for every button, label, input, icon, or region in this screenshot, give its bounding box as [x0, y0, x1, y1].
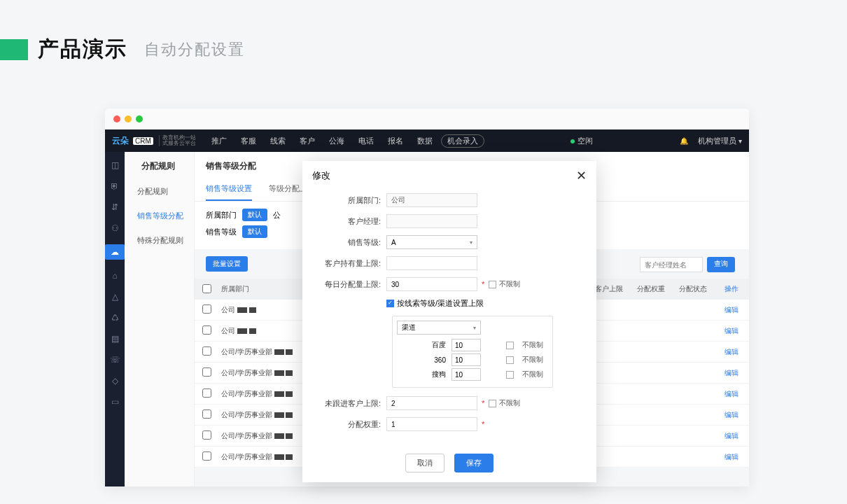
channel-value-input[interactable] [451, 354, 481, 366]
accent-block [0, 39, 28, 60]
search-area: 查询 [640, 257, 735, 272]
rail-tag-icon[interactable]: ◇ [110, 376, 120, 386]
col-status: 分配状态 [672, 284, 714, 294]
channel-value-input[interactable] [451, 339, 481, 351]
sidebar: 分配规则 分配规则 销售等级分配 特殊分配规则 [125, 152, 195, 486]
bell-icon[interactable]: 🔔 [680, 137, 688, 145]
row-checkbox[interactable] [202, 368, 211, 377]
nav-customers[interactable]: 客户 [294, 136, 321, 146]
col-op: 操作 [714, 284, 749, 294]
logo-brand: 云朵 [112, 135, 129, 147]
rail-shield-icon[interactable]: ⛨ [110, 181, 120, 191]
user-menu[interactable]: 机构管理员 ▾ [698, 136, 742, 146]
channel-unlimited-checkbox[interactable] [506, 371, 514, 379]
row-checkbox[interactable] [202, 326, 211, 335]
rail-dashboard-icon[interactable]: ◫ [110, 160, 120, 170]
row-checkbox[interactable] [202, 388, 211, 398]
logo-suffix: CRM [133, 137, 153, 145]
by-channel-label: 按线索等级/渠道设置上限 [397, 298, 484, 309]
window-controls [105, 108, 749, 130]
rail-home-icon[interactable]: ⌂ [110, 271, 120, 281]
row-checkbox[interactable] [202, 430, 211, 440]
rail-doc-icon[interactable]: ▤ [110, 334, 120, 344]
rail-user-icon[interactable]: ⚇ [110, 223, 120, 233]
filter-level-label: 销售等级 [206, 227, 237, 237]
unfollow-unlimited-checkbox[interactable] [489, 400, 496, 407]
field-manager-label: 客户经理: [316, 216, 386, 227]
filter-dept-label: 所属部门 [206, 210, 237, 220]
field-dept-input[interactable] [386, 193, 477, 207]
row-checkbox[interactable] [202, 410, 211, 419]
channel-value-input[interactable] [451, 368, 481, 381]
row-edit-link[interactable]: 编辑 [714, 431, 749, 441]
rail-card-icon[interactable]: ▭ [110, 397, 120, 407]
field-daily-label: 每日分配量上限: [316, 279, 386, 290]
row-checkbox[interactable] [202, 346, 211, 356]
save-button[interactable]: 保存 [454, 454, 493, 472]
channel-unlimited-label: 不限制 [522, 355, 543, 365]
close-dot[interactable] [113, 115, 120, 122]
rail-chart-icon[interactable]: ⇵ [110, 202, 120, 212]
row-edit-link[interactable]: 编辑 [714, 305, 749, 315]
nav-signup[interactable]: 报名 [382, 136, 409, 146]
nav-opportunity-entry[interactable]: 机会录入 [441, 134, 484, 148]
icon-rail: ◫ ⛨ ⇵ ⚇ ☁ ⌂ △ ♺ ▤ ☏ ◇ ▭ [105, 152, 125, 486]
search-button[interactable]: 查询 [707, 257, 735, 272]
field-level-label: 销售等级: [316, 237, 386, 248]
edit-modal: 修改 ✕ 所属部门: 客户经理: 销售等级: A 客户持有量上限: 每日分配量上… [302, 161, 596, 482]
filter-level-default[interactable]: 默认 [242, 225, 267, 238]
field-holding-label: 客户持有量上限: [316, 258, 386, 269]
col-weight: 分配权重 [630, 284, 672, 294]
nav-phone[interactable]: 电话 [353, 136, 379, 146]
nav-service[interactable]: 客服 [235, 136, 262, 146]
batch-settings-button[interactable]: 批量设置 [206, 256, 248, 272]
field-unfollow-input[interactable] [386, 396, 477, 410]
channel-unlimited-checkbox[interactable] [506, 342, 514, 349]
field-unfollow-label: 未跟进客户上限: [316, 398, 386, 409]
rail-settings-icon[interactable]: ☁ [105, 244, 125, 260]
rail-warn-icon[interactable]: △ [110, 292, 120, 302]
row-checkbox[interactable] [202, 451, 211, 461]
row-edit-link[interactable]: 编辑 [714, 347, 749, 357]
by-channel-checkbox[interactable] [386, 300, 394, 307]
sidebar-item-special[interactable]: 特殊分配规则 [125, 228, 194, 253]
select-all-checkbox[interactable] [202, 284, 211, 293]
filter-dept-default[interactable]: 默认 [242, 209, 267, 221]
minimize-dot[interactable] [125, 115, 132, 122]
nav-promo[interactable]: 推广 [206, 136, 232, 146]
channel-unlimited-checkbox[interactable] [506, 356, 514, 364]
row-edit-link[interactable]: 编辑 [714, 410, 749, 420]
channel-unlimited-label: 不限制 [522, 340, 543, 350]
row-edit-link[interactable]: 编辑 [714, 389, 749, 399]
field-level-select[interactable]: A [386, 235, 477, 249]
channel-name: 搜狗 [397, 370, 446, 379]
sidebar-title: 分配规则 [125, 152, 194, 179]
field-weight-input[interactable] [386, 417, 477, 431]
close-icon[interactable]: ✕ [576, 168, 587, 183]
channel-type-select[interactable]: 渠道 [397, 321, 481, 335]
nav-data[interactable]: 数据 [412, 136, 438, 146]
top-nav: 云朵CRM 教育机构一站式服务云平台 推广 客服 线索 客户 公海 电话 报名 … [105, 130, 749, 152]
row-checkbox[interactable] [202, 304, 211, 314]
status-indicator: 空闲 [570, 136, 593, 146]
cancel-button[interactable]: 取消 [405, 454, 444, 472]
field-holding-input[interactable] [386, 256, 477, 270]
daily-unlimited-checkbox[interactable] [489, 281, 496, 288]
row-edit-link[interactable]: 编辑 [714, 368, 749, 378]
nav-sea[interactable]: 公海 [323, 136, 350, 146]
sidebar-item-rules[interactable]: 分配规则 [125, 179, 194, 204]
channel-unlimited-label: 不限制 [522, 370, 543, 379]
field-daily-input[interactable] [386, 277, 477, 291]
slide-header: 产品演示 自动分配设置 [0, 0, 847, 78]
sidebar-item-sales-level[interactable]: 销售等级分配 [125, 204, 194, 228]
row-edit-link[interactable]: 编辑 [714, 452, 749, 462]
search-input[interactable] [640, 257, 703, 272]
nav-leads[interactable]: 线索 [265, 136, 291, 146]
field-manager-input[interactable] [386, 214, 477, 228]
tab-level-settings[interactable]: 销售等级设置 [206, 178, 252, 201]
slide-subtitle: 自动分配设置 [144, 39, 245, 60]
rail-call-icon[interactable]: ☏ [110, 355, 120, 365]
maximize-dot[interactable] [136, 115, 143, 122]
rail-people-icon[interactable]: ♺ [110, 313, 120, 323]
row-edit-link[interactable]: 编辑 [714, 326, 749, 336]
